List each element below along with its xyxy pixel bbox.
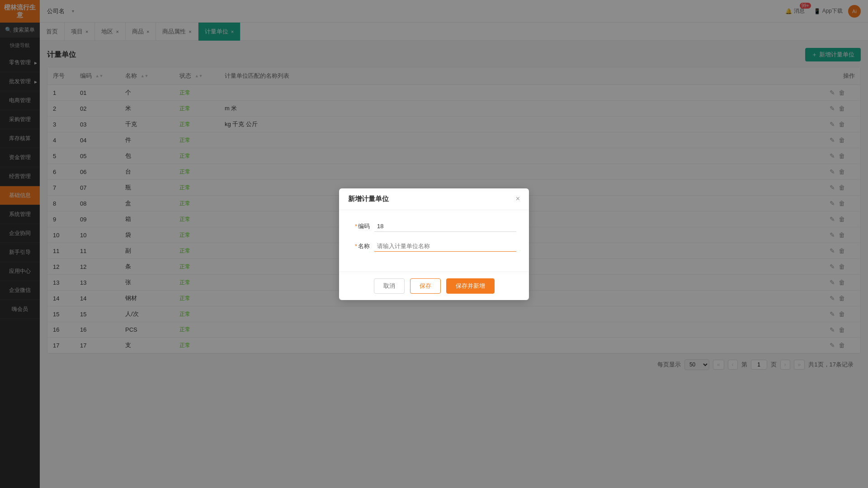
form-label-code: 编码 xyxy=(352,222,374,230)
modal-close-button[interactable]: × xyxy=(516,195,520,202)
form-input-name[interactable] xyxy=(374,241,516,252)
form-item-name: 名称 xyxy=(352,241,516,252)
modal-cancel-button[interactable]: 取消 xyxy=(374,278,405,294)
modal-title: 新增计量单位 xyxy=(348,195,389,203)
modal-footer: 取消 保存 保存并新增 xyxy=(339,272,529,300)
modal-overlay[interactable]: 新增计量单位 × 编码 名称 取消 保存 保存并新增 xyxy=(0,0,868,488)
form-item-code: 编码 xyxy=(352,221,516,232)
modal-body: 编码 名称 xyxy=(339,210,529,272)
modal-save-continue-button[interactable]: 保存并新增 xyxy=(446,278,495,294)
form-input-code[interactable] xyxy=(374,221,516,232)
modal-dialog: 新增计量单位 × 编码 名称 取消 保存 保存并新增 xyxy=(339,188,529,300)
modal-header: 新增计量单位 × xyxy=(339,188,529,210)
form-label-name: 名称 xyxy=(352,242,374,250)
modal-save-button[interactable]: 保存 xyxy=(410,278,441,294)
